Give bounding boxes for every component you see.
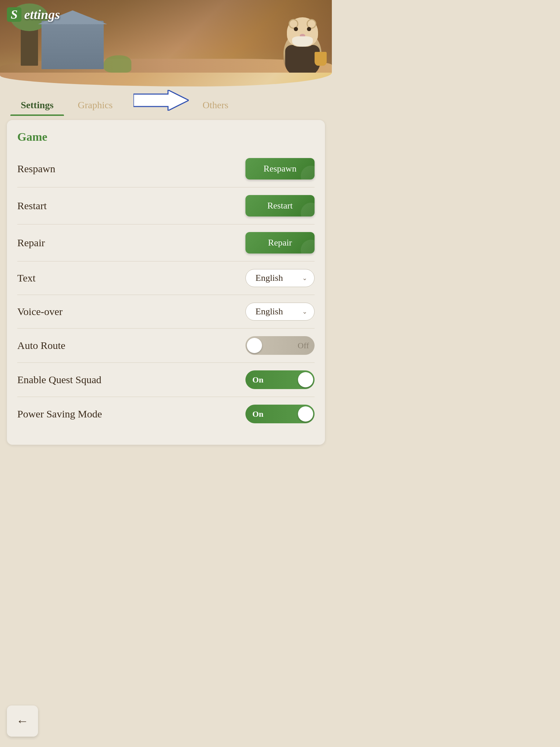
arrow-annotation <box>133 90 189 112</box>
text-language-value: English <box>255 273 283 283</box>
tab-bar: Settings Graphics Others <box>0 90 332 115</box>
app-title: S ettings <box>7 7 60 22</box>
hero-grass <box>104 55 131 73</box>
svg-marker-0 <box>133 90 189 111</box>
tab-others[interactable]: Others <box>192 95 239 115</box>
wave-separator <box>0 73 332 86</box>
section-title-game: Game <box>17 130 315 144</box>
char-body <box>280 21 321 76</box>
text-language-dropdown[interactable]: English ⌄ <box>245 269 315 287</box>
setting-label-quest-squad: Enable Quest Squad <box>17 374 101 386</box>
setting-label-respawn: Respawn <box>17 163 55 175</box>
setting-row-repair: Repair Repair <box>17 224 315 261</box>
setting-row-voiceover: Voice-over English ⌄ <box>17 295 315 329</box>
hamster-bucket <box>315 52 327 66</box>
toggle-knob-power-saving <box>298 406 313 422</box>
app-title-s-badge: S <box>7 7 21 22</box>
setting-row-quest-squad: Enable Quest Squad On <box>17 363 315 397</box>
setting-label-auto-route: Auto Route <box>17 340 65 351</box>
setting-row-auto-route: Auto Route Off <box>17 329 315 363</box>
app-title-text: ettings <box>24 7 60 22</box>
hamster-eye-right <box>307 27 311 31</box>
tab-graphics[interactable]: Graphics <box>67 95 123 115</box>
auto-route-toggle-label: Off <box>298 341 309 350</box>
power-saving-toggle-label: On <box>252 409 263 419</box>
hero-character <box>273 3 325 80</box>
setting-label-text: Text <box>17 272 36 284</box>
quest-squad-toggle[interactable]: On <box>245 370 315 389</box>
setting-row-restart: Restart Restart <box>17 187 315 224</box>
voiceover-language-dropdown[interactable]: English ⌄ <box>245 303 315 321</box>
respawn-button[interactable]: Respawn <box>245 158 315 179</box>
auto-route-toggle[interactable]: Off <box>245 336 315 355</box>
setting-label-repair: Repair <box>17 237 45 249</box>
setting-row-respawn: Respawn Respawn <box>17 150 315 187</box>
power-saving-toggle[interactable]: On <box>245 405 315 423</box>
restart-button[interactable]: Restart <box>245 195 315 216</box>
quest-squad-toggle-label: On <box>252 375 263 385</box>
tab-settings[interactable]: Settings <box>10 95 64 115</box>
hamster-eye-left <box>294 27 298 31</box>
setting-label-voiceover: Voice-over <box>17 306 63 317</box>
setting-label-restart: Restart <box>17 200 47 212</box>
toggle-knob-quest-squad <box>298 372 313 387</box>
hamster-beard <box>292 36 313 47</box>
chevron-down-icon-2: ⌄ <box>302 308 307 315</box>
hero-building <box>41 21 104 69</box>
repair-button[interactable]: Repair <box>245 232 315 253</box>
setting-row-text-lang: Text English ⌄ <box>17 261 315 295</box>
voiceover-language-value: English <box>255 306 283 317</box>
hero-tree <box>21 24 38 66</box>
hamster-head <box>287 17 318 47</box>
chevron-down-icon: ⌄ <box>302 274 307 282</box>
setting-label-power-saving: Power Saving Mode <box>17 408 102 420</box>
toggle-knob-auto-route <box>247 338 262 353</box>
hero-banner: S ettings <box>0 0 332 80</box>
settings-content-panel: Game Respawn Respawn Restart Restart Rep… <box>7 120 325 445</box>
setting-row-power-saving: Power Saving Mode On <box>17 397 315 431</box>
